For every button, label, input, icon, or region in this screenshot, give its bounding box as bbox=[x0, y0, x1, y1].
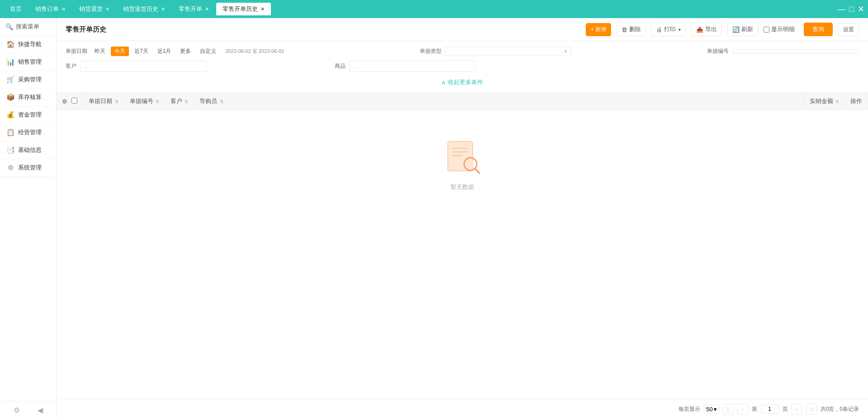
tab-sales-return-label: 销货退货 bbox=[79, 5, 103, 13]
delete-label: 删除 bbox=[629, 25, 641, 33]
tab-retail-open[interactable]: 零售开单 ✕ bbox=[172, 3, 215, 15]
date-btn-yesterday[interactable]: 昨天 bbox=[91, 47, 109, 56]
per-page-arrow: ▾ bbox=[714, 406, 717, 413]
tab-retail-open-history-label: 零售开单历史 bbox=[223, 5, 258, 13]
table-settings-icon[interactable]: ⚙ bbox=[62, 98, 67, 105]
last-page-btn[interactable]: ⟩⟩ bbox=[806, 404, 817, 414]
tab-sales-return-close[interactable]: ✕ bbox=[105, 6, 109, 12]
per-page-select[interactable]: 50 ▾ bbox=[704, 405, 719, 414]
sidebar-item-sales-mgmt[interactable]: 📊 销售管理 bbox=[0, 53, 56, 71]
col-amount-sort[interactable]: ⇅ bbox=[835, 99, 839, 104]
svg-point-6 bbox=[467, 160, 474, 168]
col-doc-date: 单据日期 ⇅ bbox=[83, 93, 124, 110]
svg-line-5 bbox=[475, 169, 479, 173]
close-btn[interactable]: ✕ bbox=[858, 4, 864, 14]
empty-text: 暂无数据 bbox=[451, 183, 474, 191]
sidebar-collapse-icon[interactable]: ◀ bbox=[38, 406, 43, 414]
tab-sales-order-label: 销售订单 bbox=[35, 5, 59, 13]
doc-type-dropdown[interactable]: ▾ bbox=[445, 47, 572, 56]
sidebar-item-operations[interactable]: 📋 经营管理 bbox=[0, 124, 56, 141]
col-salesperson-sort[interactable]: ⇅ bbox=[220, 99, 223, 104]
date-btn-7days[interactable]: 近7天 bbox=[131, 47, 152, 56]
sidebar-item-sys-mgmt[interactable]: ⚙ 系统管理 bbox=[0, 159, 56, 177]
tab-sales-return-history-label: 销货退货历史 bbox=[123, 5, 158, 13]
customer-label: 客户 bbox=[66, 62, 76, 70]
col-salesperson-label: 导购员 bbox=[199, 98, 217, 104]
maximize-btn[interactable]: □ bbox=[849, 5, 854, 14]
date-btn-more[interactable]: 更多 bbox=[176, 47, 194, 56]
sidebar-settings-icon[interactable]: ⚙ bbox=[14, 406, 20, 414]
col-spacer bbox=[229, 93, 804, 110]
col-amount-label: 实销金额 bbox=[810, 98, 833, 104]
sidebar-search[interactable]: 🔍 搜索菜单 bbox=[0, 18, 56, 36]
col-customer-label: 客户 bbox=[171, 98, 182, 104]
display-detail-checkbox-wrap[interactable]: 显示明细 bbox=[764, 25, 795, 33]
tab-retail-open-close[interactable]: ✕ bbox=[205, 6, 209, 12]
sidebar-item-finance[interactable]: 💰 资金管理 bbox=[0, 106, 56, 124]
refresh-icon: 🔄 bbox=[732, 26, 740, 33]
query-button[interactable]: 查询 bbox=[804, 23, 833, 36]
sidebar-item-finance-label: 资金管理 bbox=[18, 111, 42, 119]
refresh-button[interactable]: 🔄 刷新 bbox=[727, 23, 758, 36]
date-btn-1month[interactable]: 近1月 bbox=[154, 47, 175, 56]
tab-retail-open-label: 零售开单 bbox=[179, 5, 202, 13]
page-input[interactable] bbox=[761, 405, 779, 414]
tab-retail-open-history[interactable]: 零售开单历史 ✕ bbox=[216, 3, 271, 15]
date-btn-custom[interactable]: 自定义 bbox=[196, 47, 220, 56]
col-doc-no: 单据编号 ⇅ bbox=[124, 93, 165, 110]
print-button[interactable]: 🖨 打印 bbox=[651, 23, 686, 36]
tab-sales-return-history-close[interactable]: ✕ bbox=[161, 6, 165, 12]
collapse-up-icon: ∧ bbox=[441, 79, 446, 86]
sidebar-item-base-info-label: 基础信息 bbox=[18, 146, 42, 154]
doc-no-label: 单据编号 bbox=[707, 47, 729, 55]
base-info-icon: 📑 bbox=[6, 146, 14, 154]
page-title: 零售开单历史 bbox=[66, 25, 106, 34]
total-info: 共0页，0条记录 bbox=[821, 405, 859, 413]
print-icon: 🖨 bbox=[656, 26, 662, 33]
sidebar-item-inventory-label: 库存核算 bbox=[18, 93, 42, 101]
filter-row-2: 客户 ... 商品 ... bbox=[66, 61, 859, 72]
tab-sales-order[interactable]: 销售订单 ✕ bbox=[29, 3, 72, 15]
sidebar-item-sys-mgmt-label: 系统管理 bbox=[18, 164, 42, 172]
print-label: 打印 bbox=[664, 25, 676, 33]
sidebar-item-quick-nav[interactable]: 🏠 快捷导航 bbox=[0, 36, 56, 53]
tab-sales-order-close[interactable]: ✕ bbox=[62, 6, 66, 12]
tab-retail-open-history-close[interactable]: ✕ bbox=[261, 6, 265, 12]
col-customer-sort[interactable]: ⇅ bbox=[185, 99, 188, 104]
col-salesperson: 导购员 ⇅ bbox=[194, 93, 229, 110]
tab-sales-return-history[interactable]: 销货退货历史 ✕ bbox=[117, 3, 171, 15]
prev-page-btn[interactable]: ＜ bbox=[737, 404, 748, 414]
export-button[interactable]: 📤 导出 bbox=[691, 23, 722, 36]
next-page-btn[interactable]: ＞ bbox=[792, 404, 802, 414]
collapse-label: 收起更多条件 bbox=[448, 78, 483, 86]
table-area: ⚙ 单据日期 ⇅ 单据编号 ⇅ bbox=[57, 93, 868, 419]
finance-icon: 💰 bbox=[6, 111, 14, 119]
tab-home[interactable]: 首页 bbox=[4, 3, 28, 15]
col-action: 操作 bbox=[845, 93, 868, 110]
col-doc-date-label: 单据日期 bbox=[89, 98, 112, 104]
tab-sales-return[interactable]: 销货退货 ✕ bbox=[73, 3, 116, 15]
customer-input[interactable]: ... bbox=[80, 61, 207, 72]
date-btn-today[interactable]: 今天 bbox=[111, 47, 129, 56]
sidebar-item-purchase-mgmt[interactable]: 🛒 采购管理 bbox=[0, 71, 56, 89]
sidebar-item-inventory[interactable]: 📦 库存核算 bbox=[0, 89, 56, 106]
add-button[interactable]: + 新增 bbox=[586, 23, 611, 36]
first-page-btn[interactable]: ⟨⟨ bbox=[723, 404, 734, 414]
sidebar-item-base-info[interactable]: 📑 基础信息 bbox=[0, 141, 56, 159]
settings-button[interactable]: 设置 bbox=[838, 23, 859, 36]
select-all-checkbox[interactable] bbox=[71, 98, 77, 104]
goods-input[interactable]: ... bbox=[349, 61, 476, 72]
delete-button[interactable]: 🗑 删除 bbox=[617, 23, 646, 36]
delete-icon: 🗑 bbox=[621, 26, 627, 33]
collapse-btn[interactable]: ∧ 收起更多条件 bbox=[66, 76, 859, 90]
display-detail-label: 显示明细 bbox=[771, 25, 795, 33]
sidebar-item-purchase-mgmt-label: 采购管理 bbox=[18, 75, 42, 84]
toolbar: + 新增 🗑 删除 🖨 打印 📤 导出 🔄 刷新 bbox=[586, 23, 859, 36]
display-detail-checkbox[interactable] bbox=[764, 27, 769, 33]
sales-mgmt-icon: 📊 bbox=[6, 58, 14, 66]
minimize-btn[interactable]: — bbox=[837, 5, 845, 14]
col-doc-date-sort[interactable]: ⇅ bbox=[115, 99, 119, 104]
tab-home-label: 首页 bbox=[10, 5, 22, 13]
doc-no-input[interactable] bbox=[732, 49, 859, 54]
col-doc-no-sort[interactable]: ⇅ bbox=[156, 99, 159, 104]
